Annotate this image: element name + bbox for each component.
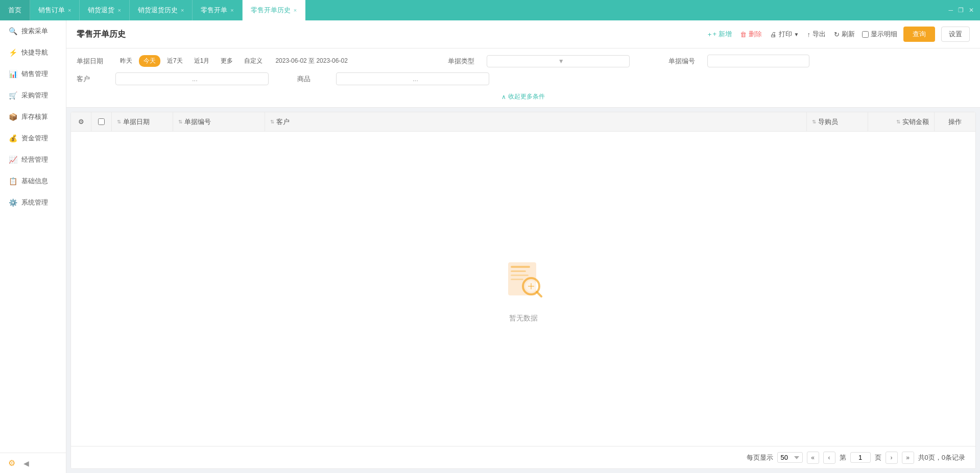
settings-button[interactable]: 设置	[941, 27, 970, 42]
minimize-btn[interactable]: ─	[948, 7, 953, 14]
product-filter-select[interactable]: ...	[336, 72, 489, 85]
restore-btn[interactable]: ❐	[958, 7, 964, 14]
sidebar-item-operations[interactable]: 📈 经营管理	[0, 149, 66, 170]
tab-bar: 首页 销售订单 × 销货退货 × 销货退货历史 × 零售开单 × 零售开单历史 …	[0, 0, 980, 20]
close-btn[interactable]: ✕	[969, 7, 974, 14]
tab-retail-open-close[interactable]: ×	[230, 7, 233, 13]
delete-button[interactable]: 🗑 删除	[739, 28, 763, 41]
query-button[interactable]: 查询	[903, 27, 935, 42]
th-amount-label: 实销金额	[902, 117, 929, 127]
export-button[interactable]: ↑ 导出	[806, 28, 827, 41]
tab-home[interactable]: 首页	[0, 0, 30, 20]
tab-sales-return[interactable]: 销货退货 ×	[80, 0, 129, 20]
product-dots-icon[interactable]: ...	[411, 75, 485, 83]
tab-retail-history-close[interactable]: ×	[294, 7, 297, 13]
show-detail-checkbox[interactable]	[862, 31, 869, 38]
sidebar-item-sales[interactable]: 📊 销售管理	[0, 63, 66, 85]
th-date[interactable]: ⇅ 单据日期	[112, 112, 173, 131]
tab-retail-history[interactable]: 零售开单历史 ×	[243, 0, 305, 20]
empty-icon	[498, 255, 549, 306]
per-page-label: 每页显示	[747, 453, 773, 462]
th-customer[interactable]: ⇅ 客户	[265, 112, 807, 131]
collapse-button[interactable]: ∧ 收起更多条件	[501, 92, 545, 101]
page-input[interactable]	[850, 452, 871, 463]
add-button[interactable]: + + 新增	[707, 28, 733, 41]
th-number[interactable]: ⇅ 单据编号	[173, 112, 265, 131]
sidebar-item-search[interactable]: 🔍 搜索采单	[0, 20, 66, 42]
tab-sales-order[interactable]: 销售订单 ×	[30, 0, 80, 20]
filter-area: 单据日期 昨天 今天 近7天 近1月 更多 自定义 2023-06-02 至 2…	[66, 48, 980, 108]
tab-retail-open[interactable]: 零售开单 ×	[193, 0, 242, 20]
sidebar: 🔍 搜索采单 ⚡ 快捷导航 📊 销售管理 🛒 采购管理 📦 库存核算 💰 资金管…	[0, 20, 66, 473]
tab-sales-return-close[interactable]: ×	[117, 7, 121, 13]
sidebar-item-purchase[interactable]: 🛒 采购管理	[0, 85, 66, 106]
sales-icon: 📊	[8, 69, 17, 79]
date-btn-7days[interactable]: 近7天	[162, 55, 187, 67]
date-btn-custom[interactable]: 自定义	[240, 55, 267, 67]
type-filter-label: 单据类型	[448, 57, 479, 66]
th-guide[interactable]: ⇅ 导购员	[807, 112, 868, 131]
sidebar-item-basic-info[interactable]: 📋 基础信息	[0, 170, 66, 192]
date-btn-1month[interactable]: 近1月	[189, 55, 214, 67]
sidebar-item-system[interactable]: ⚙️ 系统管理	[0, 192, 66, 213]
number-filter-input[interactable]	[707, 55, 809, 67]
last-page-button[interactable]: »	[902, 452, 914, 464]
th-number-label: 单据编号	[184, 117, 211, 127]
sidebar-item-finance[interactable]: 💰 资金管理	[0, 128, 66, 149]
tab-sales-order-close[interactable]: ×	[68, 7, 71, 13]
customer-filter-select[interactable]: ...	[115, 72, 269, 85]
tab-home-label: 首页	[8, 6, 21, 15]
sidebar-item-sales-label: 销售管理	[21, 69, 48, 79]
th-date-label: 单据日期	[123, 117, 150, 127]
svg-rect-3	[511, 275, 529, 276]
sidebar-item-quick-nav[interactable]: ⚡ 快捷导航	[0, 42, 66, 63]
tab-sales-return-history-close[interactable]: ×	[181, 7, 184, 13]
date-btn-today[interactable]: 今天	[139, 55, 160, 67]
first-page-button[interactable]: «	[807, 452, 819, 464]
last-page-icon: »	[906, 454, 910, 461]
th-settings[interactable]: ⚙	[71, 112, 91, 131]
page-suffix: 页	[875, 453, 881, 462]
window-controls: ─ ❐ ✕	[948, 7, 980, 14]
refresh-button[interactable]: ↻ 刷新	[833, 28, 856, 41]
tab-sales-return-label: 销货退货	[88, 6, 114, 15]
filter-row-date: 单据日期 昨天 今天 近7天 近1月 更多 自定义 2023-06-02 至 2…	[77, 55, 970, 67]
per-page-select[interactable]: 10 20 50 100	[777, 452, 803, 463]
sidebar-item-purchase-label: 采购管理	[21, 91, 48, 100]
date-btn-yesterday[interactable]: 昨天	[115, 55, 137, 67]
next-page-button[interactable]: ›	[886, 452, 898, 464]
collapse-row: ∧ 收起更多条件	[77, 90, 970, 101]
tab-sales-order-label: 销售订单	[38, 6, 65, 15]
sidebar-settings-icon[interactable]: ⚙	[8, 458, 15, 468]
th-guide-sort-icon: ⇅	[812, 119, 816, 125]
prev-page-button[interactable]: ‹	[823, 452, 835, 464]
sidebar-collapse-icon[interactable]: ◀	[23, 459, 29, 467]
show-detail-checkbox-wrapper[interactable]: 显示明细	[862, 30, 897, 39]
th-customer-label: 客户	[276, 117, 290, 127]
tab-sales-return-history[interactable]: 销货退货历史 ×	[130, 0, 193, 20]
prev-page-icon: ‹	[828, 454, 830, 461]
svg-rect-1	[511, 266, 530, 268]
system-icon: ⚙️	[8, 198, 17, 207]
collapse-icon: ∧	[501, 93, 506, 101]
add-label: + 新增	[712, 30, 731, 39]
customer-dots-icon[interactable]: ...	[190, 75, 264, 83]
sidebar-item-operations-label: 经营管理	[21, 155, 48, 164]
type-filter-arrow-icon: ▼	[558, 58, 625, 65]
sidebar-item-stock[interactable]: 📦 库存核算	[0, 106, 66, 128]
date-btn-more[interactable]: 更多	[216, 55, 237, 67]
print-button[interactable]: 🖨 打印 ▼	[769, 28, 800, 41]
table-area: ⚙ ⇅ 单据日期 ⇅ 单据编号 ⇅ 客户 ⇅	[70, 112, 976, 469]
th-customer-sort-icon: ⇅	[270, 119, 274, 125]
operations-icon: 📈	[8, 155, 17, 164]
select-all-checkbox[interactable]	[98, 118, 105, 125]
th-checkbox[interactable]	[91, 112, 112, 131]
sidebar-item-search-label: 搜索采单	[21, 27, 48, 36]
collapse-label: 收起更多条件	[508, 92, 545, 101]
sidebar-item-stock-label: 库存核算	[21, 112, 48, 121]
th-amount[interactable]: ⇅ 实销金额	[868, 112, 935, 131]
type-filter-select[interactable]: ▼	[487, 55, 630, 67]
date-filter-label: 单据日期	[77, 57, 107, 66]
tab-retail-history-label: 零售开单历史	[251, 6, 291, 15]
th-guide-label: 导购员	[818, 117, 838, 127]
